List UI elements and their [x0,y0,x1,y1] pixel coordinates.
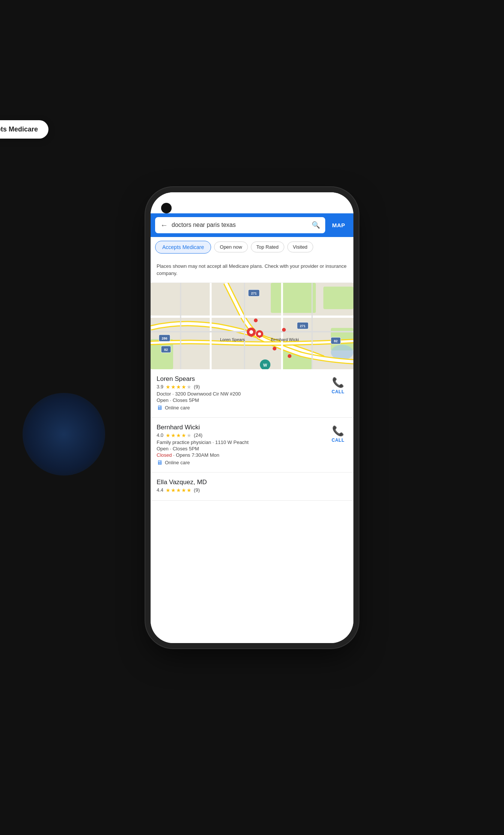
result-item-ella-vazquez[interactable]: Ella Vazquez, MD 4.4 ★ ★ ★ ★ ★ (9) [151,473,353,501]
star-2: ★ [171,384,176,390]
svg-rect-1 [271,283,316,313]
front-camera [161,203,172,213]
result-closed-bernhard: Closed · Opens 7:30AM Mon [157,452,324,458]
search-bar-container: ← doctors near paris texas 🔍 MAP [151,213,353,237]
background-blob [23,393,105,476]
svg-point-30 [254,319,258,322]
call-button-bernhard[interactable]: 📞 CALL [329,424,347,444]
stars-ella: ★ ★ ★ ★ ★ [166,487,192,493]
result-rating-row-loren: 3.9 ★ ★ ★ ★ ★ (9) [157,384,324,390]
result-content-bernhard: Bernhard Wicki 4.0 ★ ★ ★ ★ ★ (24) F [157,424,324,466]
map-area[interactable]: 82 271 271 82 286 Loren Spears Ber [151,283,353,369]
rating-number-loren: 3.9 [157,384,163,390]
review-count-ella: (9) [194,487,200,493]
back-arrow-icon[interactable]: ← [160,221,168,230]
online-care-icon-bernhard: 🖥 [157,459,163,466]
result-rating-row-ella: 4.4 ★ ★ ★ ★ ★ (9) [157,487,347,493]
svg-text:82: 82 [164,348,168,352]
filter-accepts-medicare[interactable]: Accepts Medicare [155,241,211,254]
accepts-medicare-chip[interactable]: Accepts Medicare [0,120,48,139]
star-b3: ★ [176,432,181,438]
closed-label-bernhard: Closed [157,452,172,458]
star-e5: ★ [187,487,192,493]
result-content-ella: Ella Vazquez, MD 4.4 ★ ★ ★ ★ ★ (9) [157,479,347,494]
filters-row: Accepts Medicare Open now Top Rated Visi… [151,237,353,257]
result-item-bernhard-wicki[interactable]: Bernhard Wicki 4.0 ★ ★ ★ ★ ★ (24) F [151,418,353,473]
stars-loren: ★ ★ ★ ★ ★ [166,384,192,390]
svg-text:82: 82 [334,339,338,343]
scene: Accepts Medicare ← doctors near paris te… [0,0,504,835]
star-4: ★ [181,384,186,390]
star-e3: ★ [176,487,181,493]
search-icon[interactable]: 🔍 [312,221,320,229]
result-name-bernhard: Bernhard Wicki [157,424,324,431]
result-type-bernhard: Family practice physician · 1110 W Peach… [157,439,324,445]
review-count-loren: (9) [194,384,200,390]
svg-point-29 [258,332,261,335]
phone-icon-bernhard: 📞 [332,425,344,437]
accepts-medicare-label: Accepts Medicare [0,125,38,133]
star-3: ★ [176,384,181,390]
filter-open-now[interactable]: Open now [214,242,247,252]
star-5: ★ [187,384,192,390]
search-query-text: doctors near paris texas [172,222,308,228]
result-content-loren: Loren Spears 3.9 ★ ★ ★ ★ ★ (9) Doct [157,375,324,411]
stars-bernhard: ★ ★ ★ ★ ★ [166,432,192,438]
star-b1: ★ [166,432,171,438]
result-name-ella: Ella Vazquez, MD [157,479,347,486]
star-1: ★ [166,384,171,390]
result-hours-bernhard: Open · Closes 5PM [157,446,324,451]
call-label-loren: CALL [332,389,344,394]
result-type-loren: Doctor · 3200 Downwood Cir NW #200 [157,391,324,397]
svg-text:Loren Spears: Loren Spears [220,337,245,342]
results-list: Loren Spears 3.9 ★ ★ ★ ★ ★ (9) Doct [151,369,353,643]
search-bar[interactable]: ← doctors near paris texas 🔍 [155,217,325,233]
svg-point-33 [288,354,291,358]
filter-top-rated[interactable]: Top Rated [251,242,284,252]
svg-text:271: 271 [251,291,257,295]
svg-point-31 [282,328,286,332]
call-button-loren[interactable]: 📞 CALL [329,375,347,396]
filter-visited[interactable]: Visited [287,242,313,252]
result-item-loren-spears[interactable]: Loren Spears 3.9 ★ ★ ★ ★ ★ (9) Doct [151,369,353,418]
map-button[interactable]: MAP [328,219,349,231]
phone-icon-loren: 📞 [332,377,344,388]
svg-rect-2 [323,287,353,309]
result-name-loren: Loren Spears [157,375,324,383]
svg-point-27 [249,330,253,334]
star-e1: ★ [166,487,171,493]
phone-top [151,192,353,213]
rating-number-ella: 4.4 [157,487,163,493]
review-count-bernhard: (24) [194,432,202,438]
phone-frame: ← doctors near paris texas 🔍 MAP Accepts… [151,192,353,643]
star-b4: ★ [181,432,186,438]
svg-text:W: W [263,363,267,367]
star-b2: ★ [171,432,176,438]
online-care-loren: 🖥 Online care [157,405,324,411]
online-care-bernhard: 🖥 Online care [157,459,324,466]
svg-point-32 [273,347,276,350]
star-b5: ★ [187,432,192,438]
call-label-bernhard: CALL [332,438,344,443]
map-svg: 82 271 271 82 286 Loren Spears Ber [151,283,353,369]
svg-text:271: 271 [300,324,305,328]
medicare-notice: Places shown may not accept all Medicare… [151,257,353,283]
star-e4: ★ [181,487,186,493]
rating-number-bernhard: 4.0 [157,432,163,438]
result-rating-row-bernhard: 4.0 ★ ★ ★ ★ ★ (24) [157,432,324,438]
online-care-icon-loren: 🖥 [157,405,163,411]
result-hours-loren: Open · Closes 5PM [157,397,324,403]
svg-text:Bernhard Wicki: Bernhard Wicki [271,337,299,342]
svg-text:286: 286 [161,337,167,340]
star-e2: ★ [171,487,176,493]
